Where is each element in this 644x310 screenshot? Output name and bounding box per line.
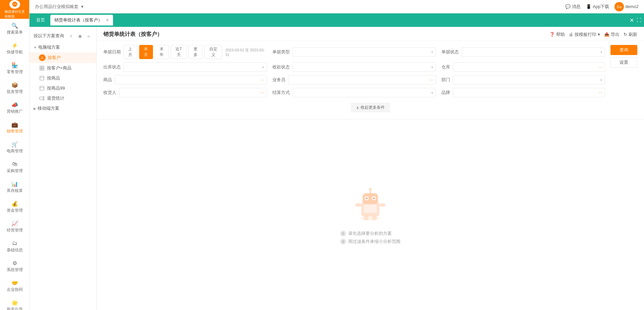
svg-rect-3 [42,66,44,68]
settlement-filter: 结算方式 ▾ [272,88,436,97]
header-right: 💬 消息 📱 App下载 Ea demo2 [565,2,639,11]
brand-input[interactable]: ··· [453,88,605,97]
settings-button[interactable]: 设置 [610,57,637,68]
sidebar-item-marketing[interactable]: 📣 营销推广 [0,98,30,118]
newbie-icon: 🌟 [11,299,18,306]
svg-rect-2 [40,66,42,68]
window-close-button[interactable]: ✕ [630,17,634,23]
sidebar-item-marketing-label: 营销推广 [7,109,23,114]
scheme-item-by-product-label: 按商品 [47,75,60,81]
svg-point-19 [369,188,372,191]
out-status-arrow-icon: ▾ [262,65,264,69]
sidebar-item-retail[interactable]: 🏪 零售管理 [0,58,30,78]
header-left: 办公用品行业模拟账套 ▾ [35,4,84,10]
recipient-input[interactable]: ··· [119,88,267,97]
tab-home[interactable]: 首页 [32,15,49,25]
out-status-select[interactable]: ▾ [123,62,267,72]
basic-icon: 🗂 [11,240,18,247]
svg-point-11 [360,216,380,220]
date-btn-last-month[interactable]: 上月 [123,45,137,59]
scheme-category-mobile-header[interactable]: ▶ 移动端方案 [30,103,96,113]
recipient-label: 收货人 [103,90,116,96]
sidebar-item-enterprise[interactable]: 🤝 企业协同 [0,276,30,296]
tab-sales-stats-label: 销货单统计表（按客户） [54,17,102,23]
tip-text-1: 请先选择要分析的方案 [348,230,392,237]
search-icon: 🔍 [11,22,18,29]
svg-rect-23 [372,215,377,220]
product-input[interactable]: ··· [115,75,267,85]
tab-close-button[interactable]: ✕ [106,18,109,22]
scheme-panel-header: 按以下方案查询 + ◉ « [30,30,96,42]
app-download-button[interactable]: 📱 App下载 [586,4,609,10]
department-select[interactable]: ▾ [453,75,605,85]
scheme-category-pc: ▼ 电脑端方案 人 按客户 按客户+商品 按商品 [30,42,96,103]
out-status-label: 出库状态 [103,64,121,70]
scheme-settings-button[interactable]: ◉ [76,32,84,40]
scheme-add-button[interactable]: + [67,32,75,40]
warehouse-input[interactable]: ··· [453,62,605,72]
scheme-item-by-product-99[interactable]: 按商品99 [30,83,96,93]
user-menu[interactable]: Ea demo2 [614,2,639,11]
help-button[interactable]: ❓ 帮助 [549,32,565,38]
sidebar-item-newbie[interactable]: 🌟 新手引导 [0,296,30,310]
export-button[interactable]: 📤 导出 [604,32,620,38]
date-btn-this-month[interactable]: 本月 [139,45,153,59]
sidebar-item-purchase[interactable]: 🛍 采购管理 [0,157,30,177]
messages-button[interactable]: 💬 消息 [565,4,581,10]
template-print-button[interactable]: 🖨 按模板打印 ▾ [569,32,600,38]
doc-status-select[interactable]: ▾ [462,47,605,57]
scheme-item-by-product[interactable]: 按商品 [30,73,96,83]
receipt-status-select[interactable]: ▾ [292,62,436,72]
sidebar-item-wholesale-label: 批发管理 [7,89,23,95]
sidebar-item-basic[interactable]: 🗂 基础信息 [0,237,30,256]
empty-robot-svg [352,187,389,223]
sidebar-item-wholesale[interactable]: 📦 批发管理 [0,78,30,98]
sidebar-item-ecommerce[interactable]: 🛒 电商管理 [0,138,30,157]
doc-type-select[interactable]: ▾ [292,47,436,57]
sidebar-item-quicknav[interactable]: ⚡ 快捷导航 [0,39,30,58]
page-header: 销货单统计表（按客户） ❓ 帮助 🖨 按模板打印 ▾ 📤 导出 [97,27,644,41]
empty-tips: ① 请先选择要分析的方案 ② 用过滤条件来缩小分析范围 [340,230,400,245]
app-subtitle: 标账版 [5,14,25,19]
breadcrumb: 办公用品行业模拟账套 [35,4,78,10]
app-logo: 畅捷通好生意 标账版 [0,0,30,19]
salesperson-input[interactable]: ··· [288,75,436,85]
department-filter: 部门 ▾ [441,75,605,85]
scheme-item-return-stats[interactable]: 退货统计 [30,93,96,103]
date-btn-more[interactable]: 更多 [189,45,202,59]
settlement-select[interactable]: ▾ [292,88,436,97]
sidebar-item-search-label: 搜索菜单 [7,30,23,35]
tab-sales-stats[interactable]: 销货单统计表（按客户） ✕ [50,15,113,25]
sidebar-item-operation[interactable]: 📈 经营管理 [0,217,30,237]
sidebar-item-sales[interactable]: 💼 销售管理 [0,118,30,138]
date-btn-custom[interactable]: 自定义 [204,45,222,59]
breadcrumb-arrow[interactable]: ▾ [81,4,84,9]
template-print-label: 按模板打印 [575,32,596,38]
date-btn-last7[interactable]: 近7天 [171,45,186,59]
scheme-item-by-customer[interactable]: 人 按客户 [30,52,96,63]
filter-fields: 单据日期 上月 本月 本年 近7天 更多 自定义 2023-03-01 至 20… [103,45,605,97]
date-btn-this-year[interactable]: 本年 [155,45,169,59]
svg-rect-22 [364,215,369,220]
sidebar-item-inventory[interactable]: 📊 库存核算 [0,177,30,197]
wholesale-icon: 📦 [11,82,18,88]
query-button[interactable]: 查询 [610,45,637,55]
sidebar-item-sales-label: 销售管理 [7,128,23,134]
collapse-conditions-button[interactable]: ∧ 收起更多条件 [351,103,390,112]
system-icon: ⚙ [11,260,18,266]
app-name: 畅捷通好生意 标账版 [5,9,25,19]
window-maximize-button[interactable]: ⛶ [637,17,641,23]
scheme-item-customer-product[interactable]: 按客户+商品 [30,63,96,73]
collapse-label: 收起更多条件 [361,105,385,110]
sidebar-item-search[interactable]: 🔍 搜索菜单 [0,19,30,39]
filter-row-wrapper: 单据日期 上月 本月 本年 近7天 更多 自定义 2023-03-01 至 20… [103,45,637,97]
help-label: 帮助 [556,32,565,38]
empty-state: ① 请先选择要分析的方案 ② 用过滤条件来缩小分析范围 [97,119,644,310]
sidebar-item-system[interactable]: ⚙ 系统管理 [0,256,30,276]
refresh-button[interactable]: ↻ 刷新 [624,32,637,38]
sidebar-item-finance[interactable]: 💰 资金管理 [0,197,30,217]
avatar-text: Ea [617,5,622,9]
print-arrow-icon: ▾ [598,32,600,37]
scheme-collapse-button[interactable]: « [85,32,92,40]
scheme-category-pc-header[interactable]: ▼ 电脑端方案 [30,42,96,52]
